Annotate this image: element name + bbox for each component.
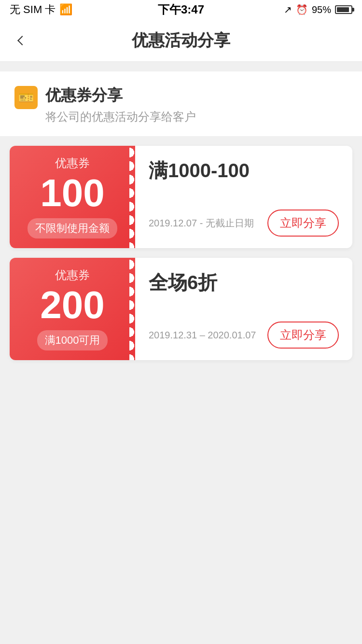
battery-box <box>335 5 352 14</box>
coupon-footer-1: 2019.12.31 – 2020.01.07 立即分享 <box>149 322 339 349</box>
coupon-name-0: 满1000-100 <box>149 157 339 184</box>
section-gap-top <box>0 62 362 71</box>
section-title: 优惠券分享 <box>45 85 196 106</box>
coupon-condition-1: 满1000可用 <box>37 330 108 350</box>
page-title: 优惠活动分享 <box>132 29 230 52</box>
coupon-type-0: 优惠券 <box>55 155 90 171</box>
coupon-type-1: 优惠券 <box>55 267 90 283</box>
carrier-label: 无 SIM 卡 <box>10 2 56 17</box>
coupon-name-1: 全场6折 <box>149 269 339 296</box>
back-button[interactable] <box>12 30 33 51</box>
coupon-list: 优惠券 100 不限制使用金额 满1000-100 2019.12.07 - 无… <box>0 136 362 370</box>
coupon-section-icon: 🎫 <box>14 86 38 109</box>
status-time: 下午3:47 <box>158 2 204 17</box>
section-header: 🎫 优惠券分享 将公司的优惠活动分享给客户 <box>0 71 362 136</box>
location-icon: ↗ <box>284 4 292 15</box>
battery-percentage: 95% <box>312 4 331 15</box>
coupon-footer-0: 2019.12.07 - 无截止日期 立即分享 <box>149 210 339 237</box>
coupon-left-1: 优惠券 200 满1000可用 <box>10 258 135 360</box>
status-right: ↗ ⏰ 95% <box>284 4 352 15</box>
share-button-0[interactable]: 立即分享 <box>267 210 339 237</box>
coupon-value-1: 200 <box>40 286 104 324</box>
share-button-1[interactable]: 立即分享 <box>267 322 339 349</box>
nav-bar: 优惠活动分享 <box>0 19 362 62</box>
coupon-date-0: 2019.12.07 - 无截止日期 <box>149 217 267 230</box>
coupon-date-1: 2019.12.31 – 2020.01.07 <box>149 330 267 341</box>
coupon-left-0: 优惠券 100 不限制使用金额 <box>10 146 135 248</box>
battery-fill <box>337 7 349 12</box>
coupon-card: 优惠券 200 满1000可用 全场6折 2019.12.31 – 2020.0… <box>10 258 352 360</box>
status-left: 无 SIM 卡 📶 <box>10 2 72 17</box>
coupon-value-0: 100 <box>40 174 104 212</box>
back-arrow-icon <box>17 36 27 45</box>
battery-indicator <box>335 5 352 14</box>
status-bar: 无 SIM 卡 📶 下午3:47 ↗ ⏰ 95% <box>0 0 362 19</box>
coupon-right-1: 全场6折 2019.12.31 – 2020.01.07 立即分享 <box>135 258 352 360</box>
section-subtitle: 将公司的优惠活动分享给客户 <box>45 109 196 125</box>
bottom-area <box>0 370 362 611</box>
coupon-right-0: 满1000-100 2019.12.07 - 无截止日期 立即分享 <box>135 146 352 248</box>
section-text-block: 优惠券分享 将公司的优惠活动分享给客户 <box>45 85 196 125</box>
wifi-icon: 📶 <box>59 3 72 16</box>
coupon-condition-0: 不限制使用金额 <box>28 218 117 238</box>
alarm-icon: ⏰ <box>296 4 308 15</box>
coupon-card: 优惠券 100 不限制使用金额 满1000-100 2019.12.07 - 无… <box>10 146 352 248</box>
